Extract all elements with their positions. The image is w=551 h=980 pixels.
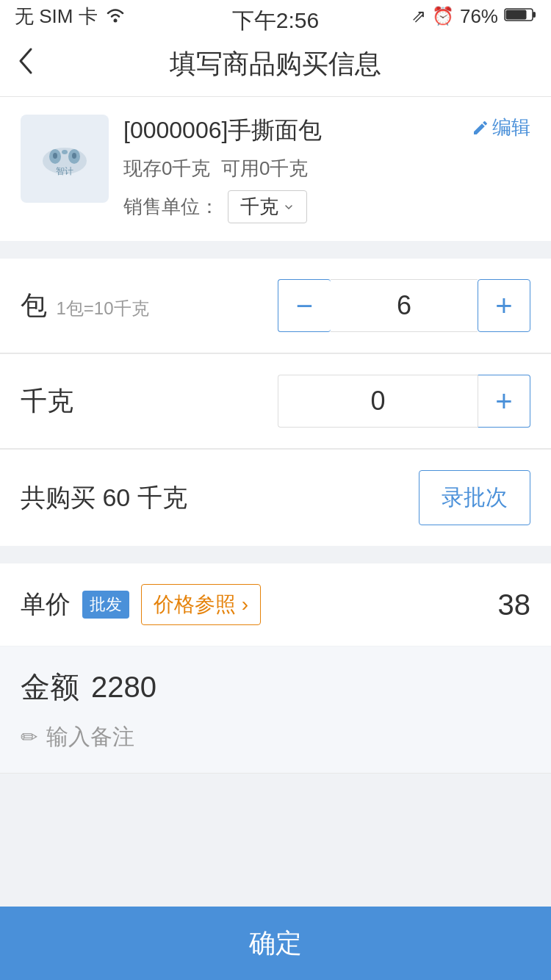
status-left: 无 SIM 卡 <box>15 4 127 29</box>
battery-text: 76% <box>460 5 498 28</box>
price-label-row: 单价 批发 价格参照 › <box>21 584 261 625</box>
kg-qty-input[interactable] <box>278 375 478 428</box>
edit-button[interactable]: 编辑 <box>472 115 530 140</box>
amount-label: 金额 <box>21 667 79 707</box>
batch-button[interactable]: 录批次 <box>419 470 530 525</box>
price-label: 单价 <box>21 588 71 621</box>
product-info: [0000006]手撕面包 编辑 现存0千克 可用0千克 销售单位： 千克 <box>123 115 530 223</box>
confirm-button[interactable]: 确定 <box>0 907 551 980</box>
price-value: 38 <box>498 588 531 621</box>
kg-label: 千克 <box>21 383 73 419</box>
pencil-icon: ✏ <box>21 725 37 749</box>
note-text: 输入备注 <box>46 722 134 752</box>
svg-point-8 <box>72 153 76 159</box>
product-image: 智计 <box>21 115 109 203</box>
kg-input-section: 千克 + <box>0 354 551 449</box>
page-title: 填写商品购买信息 <box>170 46 381 82</box>
svg-rect-2 <box>533 12 536 18</box>
amount-section: 金额 2280 ✏ 输入备注 <box>0 646 551 774</box>
status-time: 下午2:56 <box>232 6 319 36</box>
bag-qty-input[interactable] <box>331 279 478 332</box>
product-stock: 现存0千克 可用0千克 <box>123 156 530 181</box>
note-row[interactable]: ✏ 输入备注 <box>21 722 530 752</box>
svg-point-0 <box>113 18 117 22</box>
svg-text:智计: 智计 <box>56 166 73 176</box>
product-card: 智计 [0000006]手撕面包 编辑 现存0千克 可用0千克 销售单位： 千克 <box>0 97 551 247</box>
unit-selector[interactable]: 千克 <box>228 190 307 223</box>
amount-row: 金额 2280 <box>21 667 530 707</box>
carrier-text: 无 SIM 卡 <box>15 4 98 29</box>
svg-point-9 <box>62 150 68 154</box>
bag-input-section: 包 1包=10千克 − + <box>0 259 551 353</box>
confirm-label: 确定 <box>249 926 302 962</box>
kg-plus-button[interactable]: + <box>478 375 530 428</box>
location-icon: ⇗ <box>411 6 426 26</box>
wifi-icon <box>104 5 127 28</box>
price-tag-pifa: 批发 <box>82 591 129 619</box>
total-text: 共购买 60 千克 <box>21 481 187 515</box>
divider-1 <box>0 247 551 259</box>
status-right: ⇗ ⏰ 76% <box>411 5 536 28</box>
alarm-icon: ⏰ <box>432 6 454 26</box>
product-name: [0000006]手撕面包 <box>123 115 322 147</box>
bag-label: 包 1包=10千克 <box>21 288 149 324</box>
product-unit-row: 销售单位： 千克 <box>123 190 530 223</box>
back-button[interactable] <box>18 46 35 82</box>
nav-bar: 填写商品购买信息 <box>0 32 551 97</box>
bag-plus-button[interactable]: + <box>478 279 530 332</box>
bag-qty-control: − + <box>278 279 530 332</box>
battery-icon <box>504 5 536 28</box>
total-section: 共购买 60 千克 录批次 <box>0 450 551 552</box>
status-bar: 无 SIM 卡 下午2:56 ⇗ ⏰ 76% <box>0 0 551 32</box>
bag-minus-button[interactable]: − <box>278 279 331 332</box>
svg-point-7 <box>53 153 57 159</box>
amount-value: 2280 <box>91 671 156 704</box>
svg-rect-3 <box>506 10 527 19</box>
price-section: 单价 批发 价格参照 › 38 <box>0 563 551 646</box>
price-ref-button[interactable]: 价格参照 › <box>141 584 261 625</box>
divider-4 <box>0 552 551 563</box>
kg-qty-control: + <box>278 375 530 428</box>
